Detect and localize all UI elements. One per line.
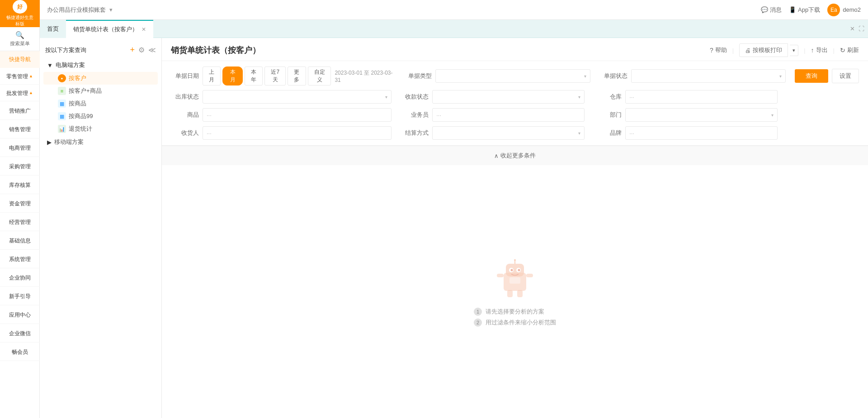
tab-sales-statistics-label: 销货单统计表（按客户）	[73, 25, 138, 33]
header-right: 💬 消息 📱 App下载 Ea demo2	[761, 4, 861, 16]
hint-1-text: 请先选择要分析的方案	[486, 308, 544, 316]
by-goods-99-icon: ▦	[58, 112, 66, 120]
app-download-button[interactable]: 📱 App下载	[789, 6, 820, 14]
receiver-select[interactable]: ···	[203, 126, 392, 140]
sidebar-item-appcenter-label: 应用中心	[9, 311, 31, 319]
maximize-icon[interactable]: ⛶	[859, 25, 864, 32]
print-dropdown-button[interactable]: ▾	[790, 45, 798, 56]
date-btn-this-month[interactable]: 本月	[222, 66, 242, 86]
date-btn-last-7-days[interactable]: 近7天	[264, 66, 286, 86]
tab-close-icon[interactable]: ✕	[142, 26, 146, 33]
tree-child-by-customer-goods[interactable]: ≡ 按客户+商品	[43, 85, 158, 97]
export-icon: ↑	[811, 47, 814, 54]
print-button[interactable]: 🖨 按模板打印	[739, 43, 788, 57]
left-panel-actions: + ⚙ ≪	[130, 45, 156, 55]
order-status-arrow-icon: ▾	[779, 74, 782, 79]
user-profile-button[interactable]: Ea demo2	[827, 4, 861, 16]
sidebar-item-sales-label: 销售管理	[9, 126, 31, 133]
sidebar-item-management[interactable]: 经营管理	[0, 213, 40, 231]
refresh-icon: ↻	[840, 47, 845, 54]
order-type-arrow-icon: ▾	[584, 74, 586, 79]
order-type-select[interactable]: ▾	[435, 69, 590, 83]
department-select[interactable]: ▾	[625, 108, 778, 122]
message-label: 消息	[770, 6, 782, 14]
setting-button[interactable]: 设置	[832, 69, 859, 83]
close-window-icon[interactable]: ✕	[850, 25, 855, 32]
goods-select[interactable]: ···	[203, 108, 392, 122]
collapse-up-icon: ∧	[494, 152, 499, 159]
sidebar-item-retail-label: 零售管理	[6, 73, 28, 81]
empty-robot-svg	[492, 259, 538, 300]
sidebar-item-newbie[interactable]: 新手引导	[0, 287, 40, 305]
date-btn-last-month[interactable]: 上月	[203, 66, 221, 86]
sidebar-item-marketing[interactable]: 营销推广	[0, 101, 40, 120]
filter-row-1: 单据日期 上月 本月 本年 近7天 更多 自定义 2023-03-01 至 20…	[171, 66, 859, 86]
svg-rect-11	[517, 290, 523, 297]
empty-hint-1: 1 请先选择要分析的方案	[474, 308, 556, 316]
edit-scheme-icon[interactable]: ⚙	[138, 46, 145, 54]
tab-sales-statistics[interactable]: 销货单统计表（按客户） ✕	[66, 20, 153, 38]
message-button[interactable]: 💬 消息	[761, 6, 782, 14]
empty-state: 1 请先选择要分析的方案 2 用过滤条件来缩小分析范围	[162, 165, 868, 418]
tree-child-by-customer[interactable]: ● 按客户	[43, 72, 158, 85]
brand-label: 品牌	[594, 129, 625, 137]
filter-row-4: 收货人 ··· 结算方式 ▾ 品牌	[171, 126, 859, 140]
add-scheme-button[interactable]: +	[130, 45, 135, 55]
logo-sub: 标版	[15, 21, 24, 27]
sidebar-item-wholesale[interactable]: 批发管理 ▲	[0, 85, 40, 101]
sidebar-item-basic[interactable]: 基础信息	[0, 231, 40, 250]
refresh-button[interactable]: ↻ 刷新	[840, 46, 859, 54]
tree-desktop-parent[interactable]: ▼ 电脑端方案	[43, 58, 158, 72]
brand-dots: ···	[629, 130, 634, 137]
tree-child-by-goods[interactable]: ▦ 按商品	[43, 97, 158, 110]
collapse-panel-icon[interactable]: ≪	[148, 46, 156, 54]
sidebar-item-ecommerce[interactable]: 电商管理	[0, 138, 40, 157]
date-btn-more[interactable]: 更多	[288, 66, 306, 86]
sidebar-item-wechat[interactable]: 企业微信	[0, 324, 40, 342]
avatar: Ea	[827, 4, 840, 16]
sidebar-item-wholesale-label: 批发管理	[6, 90, 28, 97]
sidebar-item-enterprise[interactable]: 企业协同	[0, 268, 40, 287]
filter-area: 单据日期 上月 本月 本年 近7天 更多 自定义 2023-03-01 至 20…	[162, 61, 868, 146]
tree-mobile-parent[interactable]: ▶ 移动端方案	[43, 135, 158, 149]
salesman-select[interactable]: ···	[432, 108, 585, 122]
sidebar-item-sales[interactable]: 销售管理	[0, 120, 40, 138]
brand-select[interactable]: ···	[625, 126, 778, 140]
payment-status-select[interactable]: ▾	[432, 90, 585, 104]
account-dropdown-icon[interactable]: ▾	[109, 6, 113, 13]
search-menu-item[interactable]: 🔍 搜索菜单	[0, 27, 40, 51]
export-button[interactable]: ↑ 导出	[811, 46, 828, 54]
tree-child-by-goods-99[interactable]: ▦ 按商品99	[43, 110, 158, 123]
order-type-label: 单据类型	[404, 72, 435, 80]
warehouse-select[interactable]: ···	[625, 90, 778, 104]
order-status-select[interactable]: ▾	[631, 69, 786, 83]
goods-dots: ···	[207, 112, 212, 119]
svg-point-4	[511, 269, 513, 271]
sidebar-item-purchase[interactable]: 采购管理	[0, 157, 40, 176]
sidebar-item-retail[interactable]: 零售管理 ▲	[0, 68, 40, 85]
out-status-select[interactable]: ▾	[203, 90, 392, 104]
out-status-label: 出库状态	[171, 93, 203, 101]
sidebar-item-management-label: 经营管理	[9, 218, 31, 226]
tab-home[interactable]: 首页	[40, 20, 66, 38]
sidebar-item-system[interactable]: 系统管理	[0, 250, 40, 268]
search-menu-label: 搜索菜单	[10, 40, 30, 47]
query-button[interactable]: 查询	[795, 69, 828, 83]
collapse-button[interactable]: ∧ 收起更多条件	[491, 149, 538, 162]
sidebar-item-inventory[interactable]: 库存核算	[0, 176, 40, 194]
tree-child-return-stats[interactable]: 📊 退货统计	[43, 123, 158, 135]
left-panel-title: 按以下方案查询	[45, 46, 86, 54]
sidebar-item-member[interactable]: 畅会员	[0, 342, 40, 361]
top-header: 办公用品行业模拟账套 ▾ 💬 消息 📱 App下载 Ea demo2	[40, 0, 868, 20]
help-button[interactable]: ? 帮助	[710, 46, 727, 54]
tree-child-by-goods-label: 按商品	[69, 100, 86, 108]
sidebar-item-appcenter[interactable]: 应用中心	[0, 305, 40, 324]
date-btn-custom[interactable]: 自定义	[308, 66, 331, 86]
payment-method-select[interactable]: ▾	[432, 126, 585, 140]
svg-rect-9	[526, 274, 533, 277]
tree-child-by-goods-99-label: 按商品99	[69, 112, 93, 120]
date-btn-this-year[interactable]: 本年	[245, 66, 263, 86]
sidebar-item-finance[interactable]: 资金管理	[0, 194, 40, 213]
quick-nav-item[interactable]: 快捷导航	[0, 51, 40, 68]
svg-rect-10	[507, 290, 513, 297]
